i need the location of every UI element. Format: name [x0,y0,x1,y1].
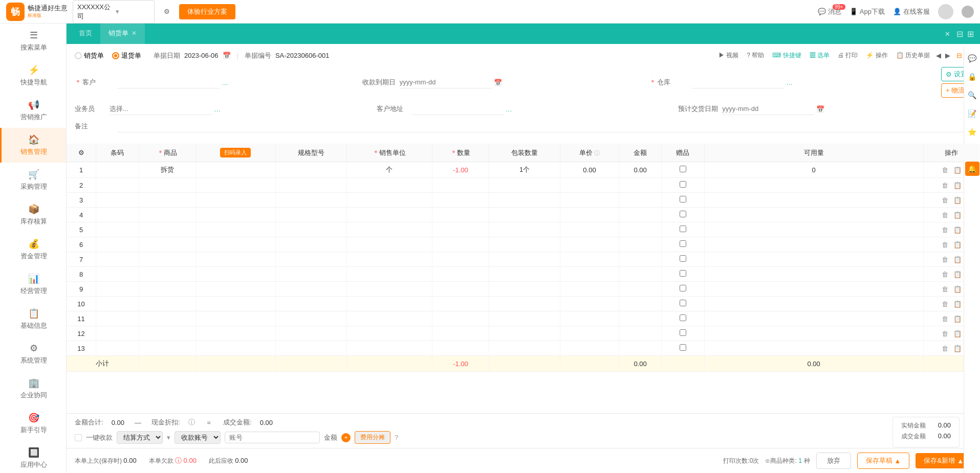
row-spec[interactable] [276,193,347,208]
copy-icon[interactable]: 📋 [953,256,962,263]
sidebar-item-search[interactable]: ☰ 搜索菜单 [0,24,66,58]
operation-btn[interactable]: ⚡ 操作 [864,50,889,61]
sidebar-item-basic[interactable]: 📋 基础信息 [0,302,66,336]
row-barcode[interactable] [96,193,139,208]
row-product[interactable] [139,178,195,193]
row-spec[interactable] [276,341,347,356]
gift-checkbox[interactable] [680,226,686,232]
row-gift[interactable] [662,326,704,341]
sidebar-item-guide[interactable]: 🎯 新手引导 [0,406,66,441]
delete-icon[interactable]: 🗑 [942,196,948,204]
copy-icon[interactable]: 📋 [953,211,962,219]
row-qty[interactable]: -1.00 [432,162,489,178]
date-calendar-icon[interactable]: 📅 [223,52,231,59]
row-gift[interactable] [662,178,704,193]
delete-icon[interactable]: 🗑 [942,300,948,308]
row-qty[interactable] [432,208,489,222]
row-gift[interactable] [662,208,704,222]
th-scan[interactable]: 扫码录入 [195,144,275,162]
save-draft-button[interactable]: 保存草稿 ▲ [857,453,910,469]
row-unit[interactable] [347,282,432,297]
copy-icon[interactable]: 📋 [953,182,962,189]
sidebar-item-inventory[interactable]: 📦 库存核算 [0,197,66,232]
row-pack-qty[interactable] [489,252,560,267]
row-amount[interactable] [619,252,661,267]
row-product[interactable] [139,208,195,222]
row-price[interactable] [560,178,619,193]
scan-button[interactable]: 扫码录入 [220,148,251,157]
row-spec[interactable] [276,267,347,282]
sidebar-item-marketing[interactable]: 📢 营销推广 [0,93,66,128]
row-product[interactable] [139,341,195,356]
row-product[interactable]: 拆货 [139,162,195,178]
row-unit[interactable] [347,267,432,282]
row-pack-qty[interactable]: 1个 [489,162,560,178]
row-price[interactable] [560,193,619,208]
avatar[interactable] [938,4,953,19]
row-qty[interactable] [432,222,489,237]
gift-checkbox[interactable] [680,300,686,306]
row-unit[interactable] [347,208,432,222]
row-product[interactable] [139,222,195,237]
one-click-payment-checkbox[interactable] [75,434,82,441]
company-selector[interactable]: XXXXXX公司 ▾ [73,0,155,24]
sidebar-item-operations[interactable]: 📊 经营管理 [0,267,66,302]
row-barcode[interactable] [96,237,139,252]
list-view-icon[interactable]: ⊟ [956,52,962,59]
fee-help-icon[interactable]: ? [395,434,398,441]
row-product[interactable] [139,311,195,326]
row-gift[interactable] [662,282,704,297]
radio-sales[interactable]: 销货单 [75,51,104,60]
row-amount[interactable] [619,193,661,208]
radio-return[interactable]: 退货单 [112,51,141,60]
app-download-button[interactable]: 📱 App下载 [850,7,885,16]
row-pack-qty[interactable] [489,311,560,326]
row-price[interactable] [560,341,619,356]
row-unit[interactable] [347,297,432,311]
row-price[interactable]: 0.00 [560,162,619,178]
row-amount[interactable] [619,237,661,252]
notes-input[interactable] [118,120,972,132]
customer-input[interactable] [117,76,220,88]
tab-close-icon[interactable]: ✕ [132,30,137,37]
row-price[interactable] [560,208,619,222]
copy-icon[interactable]: 📋 [953,330,962,337]
gift-checkbox[interactable] [680,181,686,188]
tab-sales-order[interactable]: 销货单 ✕ [100,24,145,44]
row-spec[interactable] [276,222,347,237]
payment-method-select[interactable]: 结算方式 [117,431,163,444]
rp-lock-icon[interactable]: 🔒 [965,70,979,84]
row-gift[interactable] [662,222,704,237]
row-amount[interactable] [619,341,661,356]
delete-icon[interactable]: 🗑 [942,271,948,278]
row-unit[interactable]: 个 [347,162,432,178]
row-gift[interactable] [662,162,704,178]
row-amount[interactable] [619,297,661,311]
gift-checkbox[interactable] [680,285,686,291]
row-barcode[interactable] [96,208,139,222]
row-qty[interactable] [432,237,489,252]
row-price[interactable] [560,237,619,252]
discard-button[interactable]: 放弃 [816,453,851,469]
help-btn[interactable]: ? 帮助 [745,50,766,61]
select-btn[interactable]: ☰ 选单 [808,50,832,61]
row-unit[interactable] [347,193,432,208]
row-qty[interactable] [432,252,489,267]
row-barcode[interactable] [96,252,139,267]
row-price[interactable] [560,222,619,237]
row-gift[interactable] [662,267,704,282]
copy-icon[interactable]: 📋 [953,285,962,293]
gift-checkbox[interactable] [680,329,686,336]
print-btn[interactable]: 🖨 打印 [836,50,860,61]
nav-next-icon[interactable]: ▶ [945,52,950,59]
row-amount[interactable] [619,311,661,326]
row-amount[interactable] [619,178,661,193]
row-amount[interactable] [619,326,661,341]
row-pack-qty[interactable] [489,222,560,237]
row-spec[interactable] [276,178,347,193]
row-gift[interactable] [662,341,704,356]
account-select[interactable]: 收款账号 [175,431,221,444]
delete-icon[interactable]: 🗑 [942,226,948,234]
nav-prev-icon[interactable]: ◀ [936,52,941,59]
rp-star-icon[interactable]: ⭐ [965,125,979,139]
